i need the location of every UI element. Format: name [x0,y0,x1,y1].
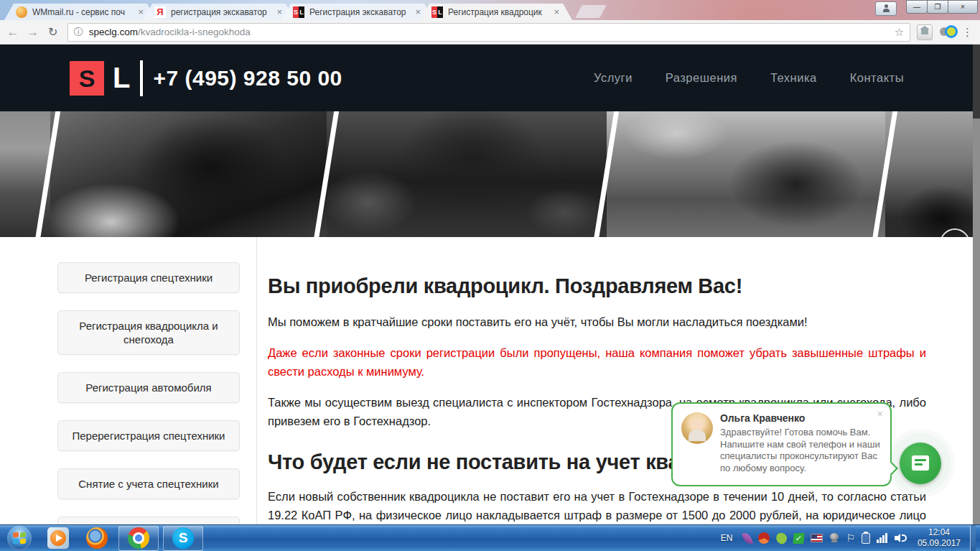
forward-icon[interactable]: → [23,25,43,40]
operator-avatar [681,412,713,444]
chat-icon [912,455,929,471]
sidebar-item-registraciya-kvadrocikla[interactable]: Регистрация квадроцикла и снегохода [57,310,240,355]
chat-open-button[interactable] [900,443,941,484]
sidebar-item-pereregistraciya[interactable]: Перерегистрация спецтехники [57,420,240,451]
hero-photo [327,111,607,237]
logo-l-letter: L [113,62,130,94]
hero-photo [885,111,980,237]
extension-icon[interactable] [917,24,933,40]
nav-tehnika[interactable]: Техника [770,71,817,85]
green-app-tray-icon[interactable] [775,532,788,545]
clock-date: 05.09.2017 [918,538,961,549]
webcam-tray-icon[interactable] [829,533,839,543]
browser-tab-strip: WMmail.ru - сервис поч × Я регистрация э… [0,0,980,20]
network-signal-icon[interactable] [877,533,888,543]
windows-flag-icon [13,539,19,545]
tab-title: Регистрация квадроцик [448,7,549,17]
sidebar-item-snyatie-s-ucheta[interactable]: Снятие с учета спецтехники [57,468,240,499]
chat-message: Здравствуйте! Готова помочь Вам. Напишит… [720,427,880,474]
media-player-taskbar-icon[interactable] [47,527,69,549]
windows-flag-icon [13,532,19,538]
article-paragraph-red: Даже если законные сроки регистрации был… [268,343,926,381]
address-bar[interactable]: ⓘ speclg.com /kvadrocikla-i-snegokhoda ☆ [67,23,910,42]
url-host: speclg.com [89,27,138,37]
tab-close-icon[interactable]: × [415,7,421,17]
article-paragraph-1: Мы поможем в кратчайшие сроки поставить … [268,312,926,331]
sidebar-item-registraciya-avtomobilya[interactable]: Регистрация автомобиля [57,372,240,403]
clipboard-tray-icon[interactable] [862,533,870,544]
hero-banner: Регистрация квадроцикла [0,111,980,237]
new-tab-button[interactable] [575,5,607,18]
reload-icon[interactable]: ↻ [43,25,63,39]
tab-close-icon[interactable]: × [138,7,144,17]
page-info-icon[interactable]: ⓘ [74,26,83,39]
maximize-button[interactable]: ❐ [927,0,948,14]
logo-divider [140,60,143,96]
minimize-button[interactable]: — [906,0,928,14]
window-controls: — ❐ × [875,0,978,16]
tab-registraciya-kvadrocikla-active[interactable]: SL Регистрация квадроцик × [420,4,572,20]
windows-flag-icon [20,532,26,538]
chrome-icon [128,527,149,549]
system-tray: EN ✓ ⚐ 12:04 05.09.2017 [721,525,980,551]
language-indicator[interactable]: EN [721,533,733,543]
tab-wmmail[interactable]: WMmail.ru - сервис поч × [4,4,157,20]
sl-favicon-l: L [437,6,443,18]
phone-number: +7 (495) 928 50 00 [153,66,342,91]
person-icon [883,6,889,11]
sidebar-menu: Регистрация спецтехники Регистрация квад… [57,262,240,551]
windows-taskbar: S EN ✓ ⚐ 12:04 05.09.2017 [0,524,980,551]
taskbar-clock[interactable]: 12:04 05.09.2017 [918,527,961,549]
hero-photo [50,111,327,237]
close-button[interactable]: × [948,0,978,14]
browser-toolbar: ← → ↻ ⓘ speclg.com /kvadrocikla-i-snegok… [0,20,980,45]
site-header: S L +7 (495) 928 50 00 Услуги Разрешения… [0,45,980,111]
show-desktop-button[interactable] [970,525,976,551]
windows-flag-icon [20,539,26,545]
sl-favicon-s: S [431,6,437,18]
profile-button[interactable] [875,1,897,16]
chat-close-icon[interactable]: × [877,408,883,420]
tab-title: Регистрация экскаватор [309,7,411,17]
action-center-flag-icon[interactable]: ⚐ [846,533,855,543]
chat-invitation-popup: × Ольга Кравченко Здравствуйте! Готова п… [671,402,892,486]
wmmail-favicon-icon [16,6,27,18]
scrollbar-thumb[interactable] [973,45,980,119]
tab-title: WMmail.ru - сервис поч [32,7,134,17]
sl-favicon-s: S [293,6,299,18]
tab-close-icon[interactable]: × [554,7,559,17]
nav-razresheniya[interactable]: Разрешения [666,71,737,85]
tab-close-icon[interactable]: × [276,7,282,17]
bookmark-star-icon[interactable]: ☆ [895,26,904,39]
tab-registraciya-ekskavatora[interactable]: SL Регистрация экскаватор × [281,4,434,20]
tab-yandex-search[interactable]: Я регистрация экскаватор × [143,4,295,20]
nav-uslugi[interactable]: Услуги [594,71,633,85]
article: Вы приобрели квадроцикл. Поздравляем Вас… [268,237,926,551]
back-icon[interactable]: ← [3,25,23,40]
firefox-taskbar-icon[interactable] [86,527,108,549]
chrome-taskbar-button[interactable] [118,526,159,551]
start-button[interactable] [7,526,32,550]
browser-menu-icon[interactable]: ⋮ [962,26,973,39]
flag-check-tray-icon[interactable]: ✓ [793,533,806,544]
tab-title: регистрация экскаватор [171,7,272,17]
sl-favicon-icon: SL [431,6,443,18]
screen: WMmail.ru - сервис поч × Я регистрация э… [0,0,980,551]
sl-favicon-l: L [299,6,304,18]
skype-taskbar-button[interactable]: S [163,526,203,551]
site-nav: Услуги Разрешения Техника Контакты [594,71,904,85]
logo-s-square: S [70,61,104,96]
us-flag-tray-icon[interactable] [811,534,823,542]
nav-kontakty[interactable]: Контакты [850,71,904,85]
sidebar-item-registraciya-spectehniki[interactable]: Регистрация спецтехники [57,262,240,293]
yandex-favicon-icon: Я [154,6,166,18]
sl-favicon-icon: SL [293,6,304,18]
extension-icon[interactable] [939,24,955,40]
ccleaner-tray-icon[interactable] [758,532,770,544]
url-path: /kvadrocikla-i-snegokhoda [138,27,251,37]
sidebar-divider [256,237,257,524]
feather-tray-icon[interactable] [742,531,753,545]
page-scrollbar[interactable] [973,45,980,524]
site-logo[interactable]: S L [70,60,143,96]
volume-icon[interactable] [895,533,907,543]
